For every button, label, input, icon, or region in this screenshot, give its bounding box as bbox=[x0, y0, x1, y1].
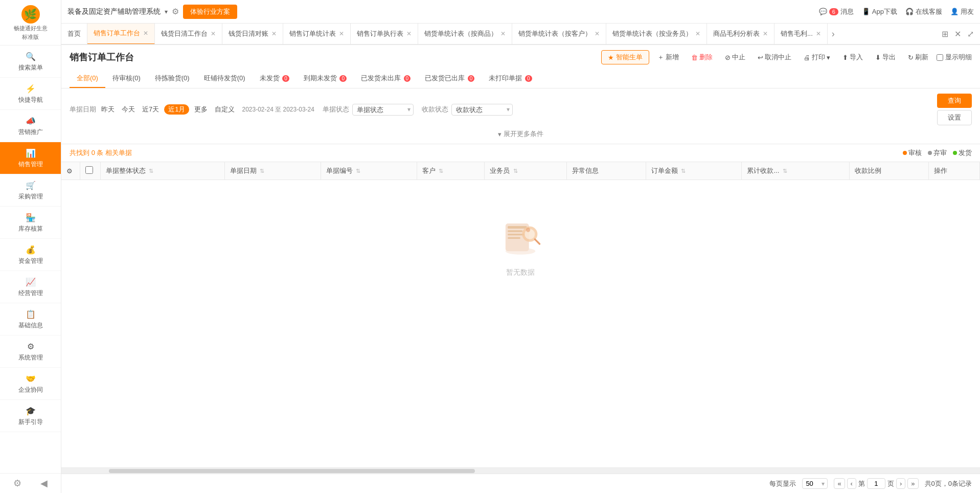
date-filter-today[interactable]: 今天 bbox=[120, 104, 137, 115]
sidebar-item-guide[interactable]: 🎓 新手引导 bbox=[0, 400, 61, 432]
number-sort-icon[interactable]: ⇅ bbox=[356, 168, 360, 174]
tab-home[interactable]: 首页 bbox=[61, 24, 87, 44]
select-all-checkbox[interactable] bbox=[85, 166, 93, 174]
sidebar-item-baseinfo[interactable]: 📋 基础信息 bbox=[0, 303, 61, 335]
collapse-icon[interactable]: ◀ bbox=[40, 478, 48, 489]
topbar-dropdown-btn[interactable]: ▾ bbox=[165, 8, 168, 15]
tab-sales-exec-close[interactable]: ✕ bbox=[406, 30, 412, 37]
settings-btn[interactable]: 设置 bbox=[937, 110, 972, 125]
svg-rect-3 bbox=[508, 230, 522, 232]
pagination-next-btn[interactable]: › bbox=[896, 478, 905, 489]
page-size-select[interactable]: 10 20 50 100 bbox=[802, 478, 828, 489]
date-filter-more[interactable]: 更多 bbox=[192, 104, 210, 115]
sidebar-item-marketing[interactable]: 📣 营销推广 bbox=[0, 110, 61, 142]
scroll-thumb[interactable] bbox=[109, 469, 475, 473]
tab-sales-stat-close[interactable]: ✕ bbox=[339, 30, 344, 37]
subtab-pending-review[interactable]: 待审核(0) bbox=[105, 70, 148, 88]
tab-gross-margin-close[interactable]: ✕ bbox=[763, 30, 768, 37]
customer-sort-icon[interactable]: ⇅ bbox=[439, 168, 443, 174]
stop-btn[interactable]: ⊘ 中止 bbox=[721, 51, 749, 64]
message-btn[interactable]: 💬 6 消息 bbox=[819, 7, 854, 16]
trial-btn[interactable]: 体验行业方案 bbox=[183, 5, 237, 19]
tab-cash-reconcile-close[interactable]: ✕ bbox=[271, 30, 277, 37]
date-filter-custom[interactable]: 自定义 bbox=[213, 104, 237, 115]
search-menu-icon: 🔍 bbox=[25, 51, 36, 62]
show-detail-checkbox[interactable] bbox=[937, 54, 943, 61]
sidebar-item-search[interactable]: 🔍 搜索菜单 bbox=[0, 46, 61, 78]
pagination-page-input[interactable] bbox=[867, 478, 885, 489]
tab-sold-customer[interactable]: 销货单统计表（按客户） ✕ bbox=[512, 24, 606, 44]
staff-sort-icon[interactable]: ⇅ bbox=[513, 168, 518, 174]
tab-sold-staff[interactable]: 销货单统计表（按业务员） ✕ bbox=[606, 24, 707, 44]
status-select[interactable]: 单据状态 bbox=[352, 104, 414, 116]
date-filter-yesterday[interactable]: 昨天 bbox=[99, 104, 117, 115]
tab-cash-daily-close[interactable]: ✕ bbox=[211, 30, 216, 37]
sidebar-item-sales[interactable]: 📊 销售管理 bbox=[0, 142, 61, 174]
date-sort-icon[interactable]: ⇅ bbox=[260, 168, 264, 174]
online-service-btn[interactable]: 🎧 在线客服 bbox=[905, 7, 942, 16]
pagination-prev-btn[interactable]: ‹ bbox=[847, 478, 856, 489]
sidebar-item-enterprise[interactable]: 🤝 企业协同 bbox=[0, 368, 61, 400]
tab-sold-goods-close[interactable]: ✕ bbox=[500, 30, 506, 37]
subtab-not-printed-badge: 0 bbox=[525, 75, 532, 82]
tabbar-fullscreen-icon[interactable]: ⤢ bbox=[965, 28, 976, 40]
sidebar-item-finance[interactable]: 💰 资金管理 bbox=[0, 239, 61, 271]
subtab-pending-check[interactable]: 待拣验货(0) bbox=[148, 70, 197, 88]
status-sort-icon[interactable]: ⇅ bbox=[149, 168, 153, 174]
refresh-btn[interactable]: ↻ 刷新 bbox=[904, 51, 932, 64]
tab-sales-workbench-close[interactable]: ✕ bbox=[143, 30, 148, 37]
sidebar-item-system[interactable]: ⚙ 系统管理 bbox=[0, 335, 61, 368]
subtab-shipped-out[interactable]: 已发货已出库 0 bbox=[418, 70, 482, 88]
cancel-stop-btn[interactable]: ↩ 取消中止 bbox=[754, 51, 795, 64]
expand-conditions-btn[interactable]: ▾ 展开更多条件 bbox=[498, 129, 543, 139]
subtab-overdue[interactable]: 到期未发货 0 bbox=[297, 70, 354, 88]
add-btn[interactable]: ＋ 新增 bbox=[653, 51, 683, 64]
tabbar-more-btn[interactable]: › bbox=[828, 24, 839, 44]
date-filter-7days[interactable]: 近7天 bbox=[140, 104, 161, 115]
tab-sales-exec[interactable]: 销售订单执行表 ✕ bbox=[351, 24, 418, 44]
tab-sales-stat[interactable]: 销售订单统计表 ✕ bbox=[283, 24, 351, 44]
tab-cash-daily[interactable]: 钱货日清工作台 ✕ bbox=[155, 24, 222, 44]
print-btn[interactable]: 🖨 打印 ▾ bbox=[800, 51, 834, 64]
subtab-all[interactable]: 全部(0) bbox=[70, 70, 105, 88]
tabbar-close-icon[interactable]: ✕ bbox=[952, 28, 963, 40]
tab-sales-more[interactable]: 销售毛利... ✕ bbox=[774, 24, 828, 44]
delete-btn[interactable]: 🗑 删除 bbox=[687, 51, 717, 64]
show-detail-check[interactable]: 显示明细 bbox=[937, 53, 972, 62]
subtab-not-shipped[interactable]: 未发货 0 bbox=[253, 70, 297, 88]
cancel-review-action-btn[interactable]: 弃审 bbox=[928, 148, 947, 158]
tab-sales-workbench[interactable]: 销售订单工作台 ✕ bbox=[87, 24, 155, 44]
horizontal-scrollbar[interactable] bbox=[61, 467, 980, 474]
topbar-gear-icon[interactable]: ⚙ bbox=[172, 7, 179, 16]
smart-bill-btn[interactable]: ★ 智能生单 bbox=[601, 50, 649, 64]
config-icon[interactable]: ⚙ bbox=[66, 167, 73, 175]
settings-icon[interactable]: ⚙ bbox=[13, 478, 21, 489]
import-btn[interactable]: ⬆ 导入 bbox=[838, 51, 867, 64]
pagination-last-btn[interactable]: » bbox=[907, 478, 918, 489]
tab-gross-margin[interactable]: 商品毛利分析表 ✕ bbox=[707, 24, 774, 44]
subtab-not-printed[interactable]: 未打印单据 0 bbox=[482, 70, 539, 88]
tab-sold-goods[interactable]: 销货单统计表（按商品） ✕ bbox=[418, 24, 512, 44]
tab-cash-reconcile[interactable]: 钱货日清对账 ✕ bbox=[222, 24, 283, 44]
app-download-btn[interactable]: 📱 App下载 bbox=[862, 7, 897, 16]
tab-sold-staff-close[interactable]: ✕ bbox=[695, 30, 700, 37]
subtab-wangpu[interactable]: 旺铺待发货(0) bbox=[197, 70, 253, 88]
sidebar-item-operations[interactable]: 📈 经营管理 bbox=[0, 271, 61, 303]
tab-sales-more-close[interactable]: ✕ bbox=[816, 30, 821, 37]
tabbar-expand-icon[interactable]: ⊞ bbox=[940, 28, 950, 40]
date-filter-1month[interactable]: 近1月 bbox=[164, 104, 189, 115]
payment-select[interactable]: 收款状态 bbox=[451, 104, 513, 116]
user-menu-btn[interactable]: 👤 用友 bbox=[950, 7, 974, 16]
pagination-first-btn[interactable]: « bbox=[834, 478, 845, 489]
tab-sold-customer-close[interactable]: ✕ bbox=[595, 30, 600, 37]
review-action-btn[interactable]: 审核 bbox=[903, 148, 922, 158]
sidebar-item-quicknav[interactable]: ⚡ 快捷导航 bbox=[0, 78, 61, 110]
query-btn[interactable]: 查询 bbox=[937, 94, 972, 108]
ship-action-btn[interactable]: 发货 bbox=[953, 148, 972, 158]
collected-sort-icon[interactable]: ⇅ bbox=[783, 168, 787, 174]
sidebar-item-purchase[interactable]: 🛒 采购管理 bbox=[0, 174, 61, 207]
sidebar-item-inventory[interactable]: 🏪 库存核算 bbox=[0, 207, 61, 239]
export-btn[interactable]: ⬇ 导出 bbox=[871, 51, 900, 64]
subtab-shipped-not-warehouse[interactable]: 已发货未出库 0 bbox=[354, 70, 418, 88]
amount-sort-icon[interactable]: ⇅ bbox=[681, 168, 686, 174]
